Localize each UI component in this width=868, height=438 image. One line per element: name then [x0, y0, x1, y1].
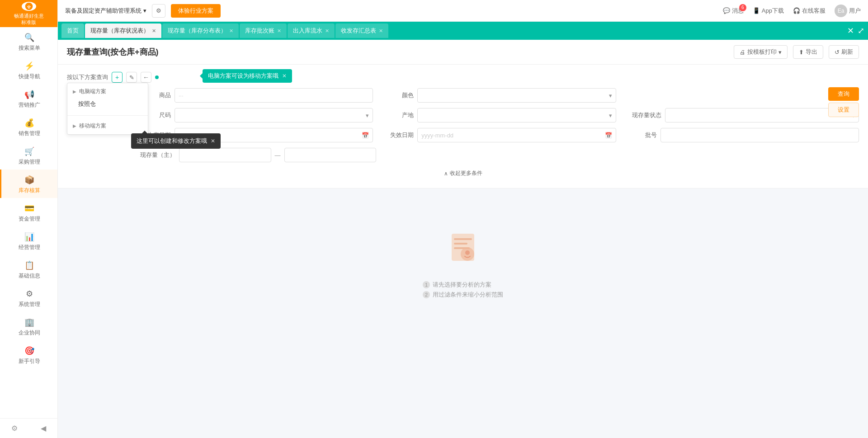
sidebar-item-enterprise[interactable]: 🏢 企业协同 [0, 312, 57, 340]
tooltip-dark-container: 这里可以创建和修改方案哦 ✕ [131, 133, 221, 149]
system-selector[interactable]: 装备及固定资产辅助管理系统 ▾ [65, 7, 146, 15]
try-industry-btn[interactable]: 体验行业方案 [171, 4, 221, 18]
range-separator: — [275, 152, 281, 159]
avatar: Ea [835, 5, 847, 17]
tab-collect-summary[interactable]: 收发存汇总表 ✕ [335, 24, 388, 38]
sidebar-item-operation[interactable]: 📊 经营管理 [0, 226, 57, 255]
tooltip-green-close[interactable]: ✕ [282, 73, 287, 79]
filter-row-3: 生产日期 yyyy-mm-dd 📅 失效日期 yyyy-mm-dd 📅 [139, 128, 859, 142]
tab-home-label: 首页 [67, 27, 79, 35]
sidebar-item-inventory[interactable]: 📦 库存核算 [0, 170, 57, 198]
add-scheme-btn[interactable]: + [112, 72, 123, 83]
tab-inventory-dist-close[interactable]: ✕ [229, 28, 233, 34]
sales-icon: 💰 [24, 118, 34, 128]
scheme-item-desktop[interactable]: 按照仓 [67, 97, 148, 111]
messages-btn[interactable]: 💬 消息 6 [723, 7, 744, 15]
sidebar-item-marketing[interactable]: 📢 营销推广 [0, 84, 57, 113]
purchase-icon: 🛒 [24, 146, 34, 156]
main-area: 装备及固定资产辅助管理系统 ▾ ⚙ 体验行业方案 💬 消息 6 📱 App下载 … [58, 0, 868, 438]
tab-collect-summary-close[interactable]: ✕ [379, 28, 383, 34]
tab-in-out-flow-label: 出入库流水 [293, 27, 322, 35]
tab-home[interactable]: 首页 [61, 24, 84, 38]
field-batch-label: 批号 [625, 131, 657, 139]
arrow-icon: ▶ [73, 89, 76, 94]
tab-inventory-status-close[interactable]: ✕ [152, 28, 156, 34]
app-download-btn[interactable]: 📱 App下载 [753, 7, 784, 15]
quantity-end-input[interactable] [284, 148, 377, 162]
sidebar-item-finance[interactable]: 💳 资金管理 [0, 198, 57, 226]
desktop-scheme-header[interactable]: ▶ 电脑端方案 [67, 86, 148, 97]
tooltip-dark-close[interactable]: ✕ [211, 138, 215, 144]
refresh-icon: ↺ [835, 49, 840, 56]
settings-gear-btn[interactable]: ⚙ [152, 4, 165, 18]
field-quantity-label: 现存量（主） [139, 151, 175, 159]
empty-state: 1 请先选择要分析的方案 2 用过滤条件来缩小分析范围 [58, 188, 868, 337]
sidebar-item-guide[interactable]: 🎯 新手引导 [0, 340, 57, 369]
sidebar-item-sales[interactable]: 💰 销售管理 [0, 113, 57, 141]
svg-point-7 [465, 250, 470, 255]
system-name: 装备及固定资产辅助管理系统 [65, 7, 142, 15]
product-input[interactable]: ··· [175, 88, 373, 103]
sidebar-label-guide: 新手引导 [19, 358, 40, 365]
tab-batch-ledger-close[interactable]: ✕ [277, 28, 281, 34]
tab-inventory-status[interactable]: 现存量（库存状况表） ✕ [85, 24, 161, 38]
origin-select[interactable]: ▾ [417, 108, 616, 122]
calendar-icon: 📅 [362, 132, 369, 139]
sidebar-item-basic[interactable]: 📋 基础信息 [0, 255, 57, 283]
sidebar-item-purchase[interactable]: 🛒 采购管理 [0, 141, 57, 170]
settings-bottom-icon[interactable]: ⚙ [11, 424, 18, 433]
scheme-divider [67, 115, 148, 116]
collapse-sidebar-btn[interactable]: ◀ [41, 424, 46, 433]
expand-btn[interactable]: ⤢ [858, 26, 864, 36]
quick-icon: ⚡ [24, 61, 34, 71]
edit-scheme-btn[interactable]: ✎ [126, 72, 137, 83]
marketing-icon: 📢 [24, 89, 34, 99]
tab-collect-summary-label: 收发存汇总表 [341, 27, 376, 35]
mobile-scheme-header[interactable]: ▶ 移动端方案 [67, 120, 148, 132]
export-label: 导出 [806, 48, 817, 56]
collapse-btn[interactable]: ∧ 收起更多条件 [67, 166, 859, 181]
batch-input[interactable] [660, 128, 859, 142]
quantity-start-input[interactable] [179, 148, 271, 162]
tab-in-out-flow-close[interactable]: ✕ [325, 28, 329, 34]
close-all-tabs-btn[interactable]: ✕ [847, 26, 854, 36]
size-select[interactable]: ▾ [175, 108, 373, 122]
print-template-btn[interactable]: 🖨 按模板打印 ▾ [734, 45, 788, 59]
reset-btn[interactable]: 设置 [828, 103, 859, 117]
color-select[interactable]: ▾ [417, 88, 616, 103]
export-btn[interactable]: ⬆ 导出 [793, 45, 823, 59]
collapse-icon: ∧ [444, 170, 448, 177]
tab-inventory-dist[interactable]: 现存量（库存分布表） ✕ [162, 24, 239, 38]
refresh-btn[interactable]: ↺ 刷新 [829, 45, 859, 59]
sidebar-item-search[interactable]: 🔍 搜索菜单 [0, 27, 57, 56]
system-dropdown-icon: ▾ [143, 7, 146, 14]
print-icon: 🖨 [740, 49, 745, 56]
tab-inventory-dist-label: 现存量（库存分布表） [168, 27, 226, 35]
header-right: 💬 消息 6 📱 App下载 🎧 在线客服 Ea 用户 [723, 5, 861, 17]
export-icon: ⬆ [799, 49, 804, 56]
field-color: 颜色 ▾ [382, 88, 616, 103]
filter-rows: 商品 ··· 颜色 ▾ [139, 88, 859, 162]
filter-row-1: 商品 ··· 颜色 ▾ [139, 88, 859, 103]
back-scheme-btn[interactable]: ← [141, 72, 151, 83]
sidebar-label-basic: 基础信息 [19, 272, 40, 280]
sidebar-item-system[interactable]: ⚙ 系统管理 [0, 283, 57, 312]
color-arrow: ▾ [609, 92, 612, 99]
online-support-btn[interactable]: 🎧 在线客服 [793, 7, 826, 15]
avatar-text: Ea [838, 8, 844, 14]
scheme-left-panel: ▶ 电脑端方案 按照仓 ▶ 移动端方案 [67, 86, 137, 135]
tab-in-out-flow[interactable]: 出入库流水 ✕ [288, 24, 335, 38]
user-area[interactable]: Ea 用户 [835, 5, 861, 17]
page-header: 现存量查询(按仓库+商品) 🖨 按模板打印 ▾ ⬆ 导出 ↺ 刷新 [58, 40, 868, 65]
desktop-scheme-label: 电脑端方案 [79, 88, 106, 95]
tab-batch-ledger[interactable]: 库存批次账 ✕ [240, 24, 287, 38]
tooltip-dark-text: 这里可以创建和修改方案哦 [137, 137, 207, 145]
sidebar-item-quick[interactable]: ⚡ 快捷导航 [0, 56, 57, 84]
expire-date-input[interactable]: yyyy-mm-dd 📅 [417, 128, 616, 142]
query-btn[interactable]: 查询 [828, 87, 859, 101]
sidebar-label-finance: 资金管理 [19, 215, 40, 223]
system-icon: ⚙ [26, 289, 33, 299]
tip-num-1: 1 [423, 281, 430, 288]
filter-area: 按以下方案查询 + ✎ ← ▶ 电脑端方案 按照仓 [58, 65, 868, 188]
print-dropdown-icon: ▾ [778, 49, 782, 56]
